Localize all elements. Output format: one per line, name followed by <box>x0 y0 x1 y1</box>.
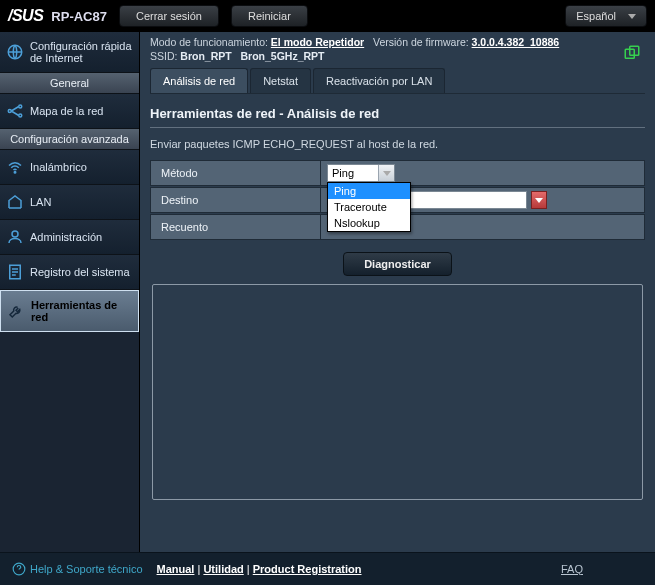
svg-point-5 <box>12 231 18 237</box>
count-label: Recuento <box>151 215 321 239</box>
mode-label: Modo de funcionamiento: <box>150 36 268 48</box>
sidebar-item-label: Registro del sistema <box>30 266 130 278</box>
sidebar-section-advanced: Configuración avanzada <box>0 129 139 150</box>
multi-ssid-icon[interactable] <box>623 44 641 62</box>
output-box <box>152 284 643 500</box>
sidebar-item-label: Herramientas de red <box>31 299 132 323</box>
language-selector[interactable]: Español <box>565 5 647 27</box>
language-label: Español <box>576 10 616 22</box>
utility-link[interactable]: Utilidad <box>203 563 243 575</box>
ssid-label: SSID: <box>150 50 177 62</box>
panel: Herramientas de red - Análisis de red En… <box>150 106 645 500</box>
help-label: Help & Soporte técnico <box>30 563 143 575</box>
sidebar-item-label: Mapa de la red <box>30 105 103 117</box>
network-map-icon <box>6 102 24 120</box>
footer-links: Manual | Utilidad | Product Registration <box>157 563 362 575</box>
divider <box>150 127 645 128</box>
svg-point-3 <box>19 114 22 117</box>
lan-icon <box>6 193 24 211</box>
header-bar: /SUS RP-AC87 Cerrar sesión Reiniciar Esp… <box>0 0 655 32</box>
help-link[interactable]: Help & Soporte técnico <box>12 562 143 576</box>
sidebar-item-admin[interactable]: Administración <box>0 220 139 255</box>
sidebar-item-quick-setup[interactable]: Configuración rápida de Internet <box>0 32 139 73</box>
svg-point-2 <box>19 105 22 108</box>
reboot-button[interactable]: Reiniciar <box>231 5 308 27</box>
svg-point-4 <box>14 172 16 174</box>
ssid-5: Bron_5GHz_RPT <box>240 50 324 62</box>
sidebar-item-wireless[interactable]: Inalámbrico <box>0 150 139 185</box>
tabs: Análisis de red Netstat Reactivación por… <box>150 68 645 94</box>
tab-netstat[interactable]: Netstat <box>250 68 311 93</box>
panel-desc: Enviar paquetes ICMP ECHO_REQUEST al hos… <box>150 138 645 150</box>
firmware-value-link[interactable]: 3.0.0.4.382_10886 <box>472 36 560 48</box>
svg-point-1 <box>8 110 11 113</box>
logout-button[interactable]: Cerrar sesión <box>119 5 219 27</box>
sidebar-item-label: LAN <box>30 196 51 208</box>
sidebar-item-label: Inalámbrico <box>30 161 87 173</box>
sidebar-item-nettools[interactable]: Herramientas de red <box>0 290 139 332</box>
tab-wol[interactable]: Reactivación por LAN <box>313 68 445 93</box>
faq-link[interactable]: FAQ <box>561 563 583 575</box>
admin-icon <box>6 228 24 246</box>
sidebar-item-network-map[interactable]: Mapa de la red <box>0 94 139 129</box>
mode-line: Modo de funcionamiento: El modo Repetido… <box>150 36 645 48</box>
footer: Help & Soporte técnico Manual | Utilidad… <box>0 552 655 584</box>
method-select[interactable]: Ping <box>327 164 395 182</box>
registration-link[interactable]: Product Registration <box>253 563 362 575</box>
method-dropdown: Ping Traceroute Nslookup <box>327 182 411 232</box>
sidebar-item-label: Configuración rápida de Internet <box>30 40 133 64</box>
log-icon <box>6 263 24 281</box>
help-icon <box>12 562 26 576</box>
tab-analysis[interactable]: Análisis de red <box>150 68 248 93</box>
dropdown-option-nslookup[interactable]: Nslookup <box>328 215 410 231</box>
content-area: Modo de funcionamiento: El modo Repetido… <box>140 32 655 552</box>
manual-link[interactable]: Manual <box>157 563 195 575</box>
logo: /SUS RP-AC87 <box>8 7 107 25</box>
dropdown-option-traceroute[interactable]: Traceroute <box>328 199 410 215</box>
dest-label: Destino <box>151 188 321 212</box>
mode-value-link[interactable]: El modo Repetidor <box>271 36 364 48</box>
ssid-24: Bron_RPT <box>180 50 231 62</box>
sidebar-item-syslog[interactable]: Registro del sistema <box>0 255 139 290</box>
chevron-down-icon <box>628 14 636 19</box>
method-value: Ping <box>332 167 354 179</box>
diagnose-button[interactable]: Diagnosticar <box>343 252 452 276</box>
ssid-line: SSID: Bron_RPT Bron_5GHz_RPT <box>150 50 645 62</box>
sidebar-item-label: Administración <box>30 231 102 243</box>
sidebar-item-lan[interactable]: LAN <box>0 185 139 220</box>
globe-gear-icon <box>6 43 24 61</box>
firmware-label: Versión de firmware: <box>373 36 469 48</box>
tools-icon <box>7 302 25 320</box>
dropdown-option-ping[interactable]: Ping <box>328 183 410 199</box>
chevron-down-icon <box>535 198 543 203</box>
method-label: Método <box>151 161 321 185</box>
panel-title: Herramientas de red - Análisis de red <box>150 106 645 121</box>
model-name: RP-AC87 <box>51 9 107 24</box>
wifi-icon <box>6 158 24 176</box>
row-method: Método Ping Ping Traceroute Nslookup <box>150 160 645 186</box>
brand-logo: /SUS <box>8 7 43 25</box>
sidebar: Configuración rápida de Internet General… <box>0 32 140 552</box>
sidebar-section-general: General <box>0 73 139 94</box>
dest-history-button[interactable] <box>531 191 547 209</box>
chevron-down-icon <box>378 165 394 181</box>
